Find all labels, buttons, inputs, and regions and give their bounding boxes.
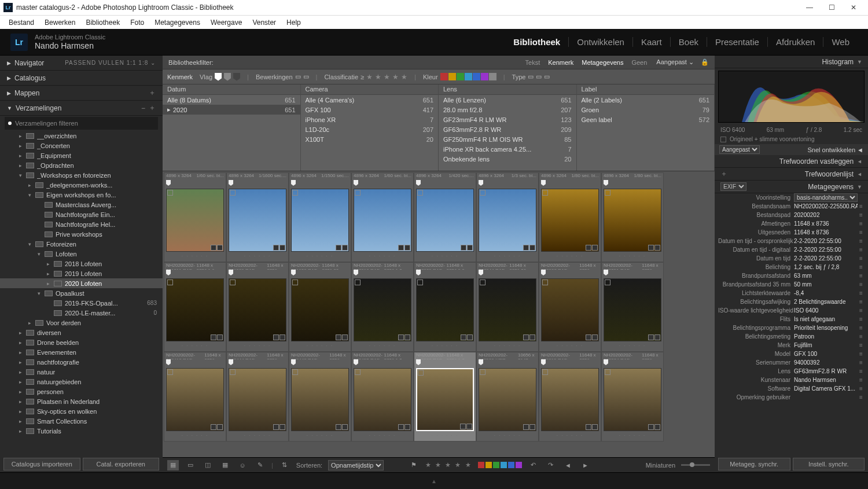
filter-tab-kenmerk[interactable]: Kenmerk	[548, 59, 573, 66]
rating-star-5[interactable]: ★	[401, 73, 407, 81]
flag-unflagged-icon[interactable]	[224, 73, 231, 81]
color-filter-swatch[interactable]	[465, 73, 472, 80]
tree-item[interactable]: ▸__overzichten	[0, 131, 163, 141]
metadata-filter-row[interactable]: GFX 100417	[301, 105, 439, 115]
metadata-filter-row[interactable]: iPhone XR back camera 4.25...7	[439, 144, 576, 154]
tree-item[interactable]: ▸Smart Collections	[0, 416, 163, 426]
color-filter-swatch[interactable]	[473, 73, 480, 80]
color-filter-swatch[interactable]	[440, 73, 448, 80]
flag-icon[interactable]	[291, 270, 296, 275]
type-video-icon[interactable]: ▭	[544, 73, 550, 80]
metadata-filter-row[interactable]: Onbekende lens20	[439, 154, 576, 164]
thumbnail-cell[interactable]: NH20200202-225453.RAF11648 x 8736 1,3 se…	[351, 352, 414, 442]
nav-prev-icon[interactable]: ◄	[562, 460, 574, 470]
minimize-button[interactable]: —	[799, 0, 821, 15]
flag-picked-icon[interactable]	[215, 73, 222, 81]
flag-icon[interactable]	[229, 180, 233, 186]
filmstrip-collapsed[interactable]: ▲	[0, 472, 868, 489]
type-virtual-icon[interactable]: ▭	[536, 73, 542, 80]
flag-icon[interactable]	[229, 359, 233, 365]
thumbnail-cell[interactable]: 4896 x 3264 1/80 sec. bi...· · · · · ·	[539, 172, 601, 262]
thumbnail-size-slider[interactable]	[681, 464, 710, 466]
color-label-swatch[interactable]	[516, 462, 522, 468]
histogram-header[interactable]: Histogram▼	[715, 56, 868, 68]
tree-item[interactable]: ▸Evenementen	[0, 347, 163, 357]
flag-icon[interactable]	[541, 359, 546, 365]
type-photo-icon[interactable]: ▭	[528, 73, 534, 80]
thumbnail-grid[interactable]: 4896 x 3264 1/60 sec. bi...· · · · · ·48…	[163, 171, 715, 457]
loupe-view-icon[interactable]: ▭	[185, 460, 196, 470]
color-label-swatch[interactable]	[508, 462, 514, 468]
module-afdrukken[interactable]: Afdrukken	[768, 37, 824, 47]
metadata-field-row[interactable]: ModelGFX 100≡	[715, 350, 868, 358]
flag-icon[interactable]	[291, 359, 296, 365]
color-filter-swatch[interactable]	[481, 73, 488, 80]
thumbnail-cell[interactable]: NH20200202-225444.RAF11648 x 8736 · · · …	[226, 352, 289, 442]
thumbnail-cell[interactable]: 4896 x 3264 1/1600 sec....· · · · · ·	[226, 172, 289, 262]
sync-metadata-button[interactable]: Metageg. synchr.	[718, 458, 790, 470]
tree-item[interactable]: ▸_Concerten	[0, 141, 163, 150]
metadata-filter-row[interactable]: Geen label572	[577, 115, 715, 124]
metadata-field-row[interactable]: FlitsIs niet afgegaan≡	[715, 315, 868, 323]
flag-icon[interactable]	[541, 180, 546, 186]
navigator-header[interactable]: ▶ Navigator PASSEND VULLEN 1:1 1:8 ⌄	[0, 56, 163, 71]
metadata-field-row[interactable]: Belichting1,2 sec. bij ƒ / 2,8≡	[715, 263, 868, 271]
menu-bibliotheek[interactable]: Bibliotheek	[80, 19, 125, 27]
flag-toggle-icon[interactable]: ⚑	[408, 460, 420, 470]
compare-view-icon[interactable]: ◫	[202, 460, 214, 470]
tree-item[interactable]: ▸Drone beelden	[0, 337, 163, 347]
filter-tab-tekst[interactable]: Tekst	[525, 59, 540, 66]
thumbnail-cell[interactable]: 4896 x 3264 1/60 sec. bi...· · · · · ·	[164, 172, 226, 262]
tree-item[interactable]: ▸_Opdrachten	[0, 160, 163, 170]
metadata-field-row[interactable]: Brandpuntsafstand 35 mm50 mm≡	[715, 280, 868, 289]
metadata-filter-row[interactable]: iPhone XR7	[301, 115, 439, 124]
menu-venster[interactable]: Venster	[247, 19, 281, 27]
flag-icon[interactable]	[229, 270, 233, 275]
metadata-filter-row[interactable]: GF63mmF2.8 R WR209	[439, 124, 576, 134]
tree-item[interactable]: ▸2019 Lofoten	[0, 269, 163, 278]
flag-icon[interactable]	[479, 270, 483, 275]
flag-rejected-icon[interactable]	[233, 73, 240, 81]
metadata-field-row[interactable]: KunstenaarNando Harmsen≡	[715, 376, 868, 384]
preview-checkbox-icon[interactable]	[720, 137, 726, 142]
metadata-filter-row[interactable]: 28.0 mm f/2.8207	[439, 105, 576, 115]
add-folder-icon[interactable]: ＋	[149, 88, 156, 98]
tree-item[interactable]: ▸Plaatsen in Nederland	[0, 396, 163, 406]
metadata-field-row[interactable]: BelichtingsmetingPatroon≡	[715, 332, 868, 341]
rating-star-1[interactable]: ★	[366, 73, 373, 81]
flag-icon[interactable]	[416, 359, 421, 365]
thumbnail-cell[interactable]: 4896 x 3264 1/60 sec. bi...· · · · · ·	[351, 172, 414, 262]
metadata-filter-row[interactable]: Alle (6 Lenzen)651	[439, 95, 576, 105]
tree-item[interactable]: ▸Voor derden	[0, 318, 163, 328]
tree-item[interactable]: ▾Lofoten	[0, 249, 163, 259]
metadata-field-row[interactable]: Datum en tijd - oorspronkelijk2-2-2020 2…	[715, 237, 868, 245]
export-catalog-button[interactable]: Catal. exporteren	[83, 458, 160, 470]
thumbnail-cell[interactable]: NH20200202-225824.RAF11648 x 8736 · · · …	[601, 352, 664, 442]
metadata-column-header[interactable]: Camera	[301, 84, 439, 95]
thumbnail-cell[interactable]: NH20200202-225448.RAF11648 x 8736 · · · …	[289, 352, 351, 442]
import-catalog-button[interactable]: Catalogus importeren	[3, 458, 80, 470]
tree-item[interactable]: ▸Sky-optics en wolken	[0, 406, 163, 416]
thumbnail-cell[interactable]: NH20200202-222018.RAF11648 x 8736 1,3 se…	[351, 262, 414, 352]
close-button[interactable]: ✕	[843, 0, 865, 15]
flag-icon[interactable]	[166, 359, 171, 365]
rotate-cw-icon[interactable]: ↷	[545, 460, 557, 470]
module-boek[interactable]: Boek	[671, 37, 707, 47]
grid-view-icon[interactable]: ▦	[167, 460, 179, 470]
add-keyword-icon[interactable]: ＋	[720, 169, 727, 179]
color-filter-swatch[interactable]	[448, 73, 456, 80]
flag-icon[interactable]	[604, 180, 608, 186]
metadata-column-header[interactable]: Label	[577, 84, 715, 95]
menu-foto[interactable]: Foto	[125, 19, 149, 27]
quick-preset-select[interactable]: Aangepast	[719, 145, 760, 154]
metadata-filter-row[interactable]: ▸2020651	[163, 105, 300, 115]
collection-plus-icon[interactable]: ＋	[149, 103, 156, 113]
metadata-field-row[interactable]: Serienummer94000392≡	[715, 358, 868, 367]
tree-item[interactable]: ▸natuurgebieden	[0, 377, 163, 387]
rotate-ccw-icon[interactable]: ↶	[528, 460, 539, 470]
metadata-filter-row[interactable]: Alle (8 Datums)651	[163, 95, 300, 105]
module-kaart[interactable]: Kaart	[633, 37, 671, 47]
menu-metagegevens[interactable]: Metagegevens	[149, 19, 205, 27]
people-view-icon[interactable]: ☺	[237, 460, 248, 470]
catalogus-header[interactable]: ▶ Catalogus	[0, 71, 163, 86]
